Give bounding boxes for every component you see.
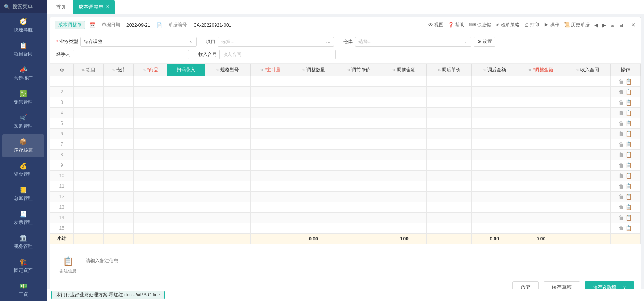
delete-icon[interactable]: 🗑 — [618, 99, 624, 106]
action-operate[interactable]: ▶ 操作 — [544, 22, 559, 28]
copy-icon[interactable]: 📋 — [625, 78, 632, 85]
cell-adjust-qty[interactable] — [291, 213, 336, 223]
nav-prev[interactable]: ◀ — [594, 22, 598, 28]
cell-after-unit-price[interactable] — [426, 97, 472, 108]
cell-after-unit-price[interactable] — [426, 139, 472, 150]
cell-after-amount[interactable] — [472, 108, 517, 118]
cell-spec[interactable] — [205, 76, 251, 87]
handler-input[interactable]: ··· — [73, 50, 189, 59]
cell-project[interactable] — [73, 202, 104, 213]
delete-icon[interactable]: 🗑 — [618, 162, 624, 168]
taskbar-item[interactable]: 木门行业好业财处理方案-墨红红.doc - WPS Office — [51, 291, 165, 299]
cell-unit[interactable] — [250, 181, 291, 192]
cell-after-unit-price[interactable] — [426, 160, 472, 171]
cell-after-amount[interactable] — [472, 223, 517, 234]
col-warehouse[interactable]: ⇅ 仓库 — [104, 64, 134, 76]
sidebar-item-marketing[interactable]: 📣 营销推广 — [2, 62, 44, 85]
cell-adjust-amount[interactable] — [517, 76, 565, 87]
cell-prev-unit-price[interactable] — [336, 139, 381, 150]
cell-scan[interactable] — [167, 87, 205, 97]
cell-income-contract[interactable] — [565, 108, 611, 118]
cell-after-amount[interactable] — [472, 150, 517, 160]
cell-after-amount[interactable] — [472, 129, 517, 139]
cell-scan[interactable] — [167, 192, 205, 202]
cell-income-contract[interactable] — [565, 223, 611, 234]
cell-income-contract[interactable] — [565, 129, 611, 139]
nav-next[interactable]: ▶ — [602, 22, 606, 28]
cell-prev-amount[interactable] — [381, 76, 427, 87]
cell-spec[interactable] — [205, 97, 251, 108]
cell-income-contract[interactable] — [565, 171, 611, 181]
cell-scan[interactable] — [167, 118, 205, 129]
cell-project[interactable] — [73, 181, 104, 192]
cell-prev-unit-price[interactable] — [336, 181, 381, 192]
cell-scan[interactable] — [167, 202, 205, 213]
cell-unit[interactable] — [250, 223, 291, 234]
tab-close-icon[interactable]: ✕ — [106, 4, 109, 9]
cell-spec[interactable] — [205, 181, 251, 192]
cell-after-amount[interactable] — [472, 76, 517, 87]
action-view[interactable]: 👁 视图 — [428, 22, 443, 28]
action-check[interactable]: ✔ 检单策略 — [496, 22, 519, 28]
cell-adjust-amount[interactable] — [517, 202, 565, 213]
sidebar-item-sales[interactable]: 💹 销售管理 — [2, 86, 44, 109]
cell-project[interactable] — [73, 87, 104, 97]
cell-income-contract[interactable] — [565, 139, 611, 150]
cell-income-contract[interactable] — [565, 87, 611, 97]
cell-prev-unit-price[interactable] — [336, 202, 381, 213]
cell-scan[interactable] — [167, 139, 205, 150]
cell-adjust-qty[interactable] — [291, 181, 336, 192]
cell-prev-amount[interactable] — [381, 139, 427, 150]
cell-warehouse[interactable] — [104, 171, 134, 181]
cell-prev-amount[interactable] — [381, 118, 427, 129]
cell-adjust-qty[interactable] — [291, 76, 336, 87]
panel-close-icon[interactable]: ✕ — [631, 21, 636, 29]
cell-prev-unit-price[interactable] — [336, 97, 381, 108]
cell-product[interactable] — [134, 129, 167, 139]
cell-prev-amount[interactable] — [381, 171, 427, 181]
cell-product[interactable] — [134, 181, 167, 192]
cell-adjust-qty[interactable] — [291, 118, 336, 129]
cell-prev-amount[interactable] — [381, 87, 427, 97]
cell-warehouse[interactable] — [104, 202, 134, 213]
cell-project[interactable] — [73, 223, 104, 234]
cell-warehouse[interactable] — [104, 223, 134, 234]
cell-adjust-amount[interactable] — [517, 171, 565, 181]
copy-icon[interactable]: 📋 — [625, 173, 632, 179]
cell-warehouse[interactable] — [104, 139, 134, 150]
cell-unit[interactable] — [250, 213, 291, 223]
cell-product[interactable] — [134, 202, 167, 213]
cell-prev-amount[interactable] — [381, 213, 427, 223]
cell-product[interactable] — [134, 160, 167, 171]
cell-warehouse[interactable] — [104, 150, 134, 160]
cell-prev-amount[interactable] — [381, 202, 427, 213]
cell-adjust-qty[interactable] — [291, 192, 336, 202]
layout-icon1[interactable]: ⊟ — [611, 22, 615, 28]
copy-icon[interactable]: 📋 — [625, 204, 632, 210]
delete-icon[interactable]: 🗑 — [618, 152, 624, 158]
copy-icon[interactable]: 📋 — [625, 141, 632, 147]
cell-scan[interactable] — [167, 160, 205, 171]
sidebar-item-ledger[interactable]: 📒 总账管理 — [2, 182, 44, 206]
cell-after-unit-price[interactable] — [426, 150, 472, 160]
layout-icon2[interactable]: ⊞ — [619, 22, 623, 28]
cell-scan[interactable] — [167, 213, 205, 223]
cell-warehouse[interactable] — [104, 213, 134, 223]
cell-after-amount[interactable] — [472, 202, 517, 213]
cell-adjust-amount[interactable] — [517, 87, 565, 97]
copy-icon[interactable]: 📋 — [625, 131, 632, 137]
note-input[interactable] — [84, 256, 634, 265]
cell-after-unit-price[interactable] — [426, 171, 472, 181]
cell-scan[interactable] — [167, 181, 205, 192]
action-history[interactable]: 📜 历史单据 — [564, 22, 590, 28]
cell-unit[interactable] — [250, 129, 291, 139]
col-prev-unit-price[interactable]: ⇅ 调前单价 — [336, 64, 381, 76]
cell-project[interactable] — [73, 108, 104, 118]
cell-adjust-qty[interactable] — [291, 202, 336, 213]
cell-adjust-amount[interactable] — [517, 192, 565, 202]
cell-spec[interactable] — [205, 213, 251, 223]
cell-unit[interactable] — [250, 76, 291, 87]
cell-unit[interactable] — [250, 202, 291, 213]
col-adjust-amount[interactable]: ⇅ *调整金额 — [517, 64, 565, 76]
cell-adjust-qty[interactable] — [291, 108, 336, 118]
